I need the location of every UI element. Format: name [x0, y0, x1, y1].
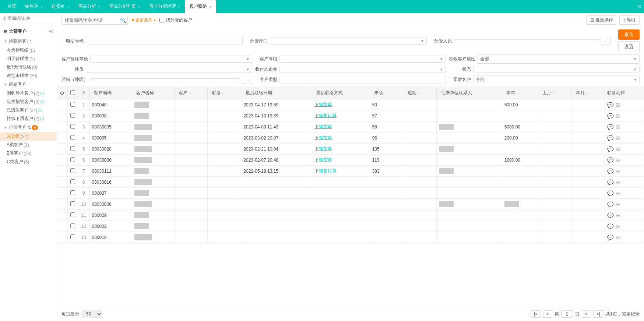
contact-icon[interactable]: 💬	[607, 223, 613, 229]
td-last-type[interactable]: 下销售订单	[312, 110, 370, 121]
select-all-checkbox[interactable]	[70, 90, 75, 95]
row-checkbox[interactable]	[70, 223, 75, 228]
payment-select[interactable]: ▼	[279, 66, 446, 73]
more-action-icon[interactable]: ⊞	[616, 157, 620, 163]
th-last-month[interactable]: :上月...	[538, 87, 571, 99]
tab-customer-layered[interactable]: 客户分层经营 ×	[145, 0, 185, 13]
more-action-icon[interactable]: ⊞	[616, 102, 620, 108]
page-size-select[interactable]: 50 100 200	[82, 310, 102, 318]
sidebar-item-tomorrow[interactable]: 明天待联络 (1)	[0, 54, 57, 63]
last-type-link[interactable]: 下销货单	[314, 124, 332, 129]
tab-customer-layered-close[interactable]: ×	[178, 4, 180, 9]
customer-level-select[interactable]: ▼	[279, 56, 446, 63]
manager-select[interactable]	[454, 39, 599, 42]
tab-home[interactable]: 首页	[3, 0, 21, 13]
more-action-icon[interactable]: ⊞	[616, 223, 620, 229]
tab-purchase-close[interactable]: ×	[67, 4, 69, 9]
row-checkbox[interactable]	[70, 102, 75, 107]
nature-select[interactable]: ▼	[86, 66, 252, 73]
th-overdue[interactable]: :逾期...	[403, 87, 437, 99]
th-contact[interactable]: :联络...	[208, 87, 241, 99]
td-checkbox[interactable]	[67, 199, 78, 210]
th-name[interactable]: :客户名称	[132, 87, 174, 99]
tab-customer-contact[interactable]: 客户联络 ×	[185, 0, 216, 13]
sidebar-item-overdue[interactable]: 逾期未联络 (30)	[0, 71, 57, 80]
th-person[interactable]: :往来单位联系人	[437, 87, 502, 99]
last-type-link[interactable]: 下销售订单	[314, 113, 337, 118]
contact-icon[interactable]: 💬	[607, 124, 613, 130]
td-checkbox[interactable]	[67, 99, 78, 110]
row-checkbox[interactable]	[70, 124, 75, 129]
tab-goods-analysis[interactable]: 商品分析 ×	[74, 0, 105, 13]
td-checkbox[interactable]	[67, 188, 78, 199]
td-checkbox[interactable]	[67, 110, 78, 121]
tab-goods-list[interactable]: 商品分析列表 ×	[105, 0, 145, 13]
tab-purchase[interactable]: 进货单 ×	[47, 0, 74, 13]
last-type-link[interactable]: 下销售订单	[314, 168, 337, 173]
dept-select[interactable]: ▼	[270, 38, 427, 45]
td-checkbox[interactable]	[67, 133, 78, 144]
more-action-icon[interactable]: ⊞	[616, 113, 620, 119]
td-last-type[interactable]: 下销货单	[312, 133, 370, 144]
page-number-input[interactable]	[561, 310, 573, 318]
my-customers-checkbox[interactable]	[159, 18, 164, 22]
sidebar-item-a-class[interactable]: A类客户 (1)	[0, 141, 57, 149]
contact-icon[interactable]: 💬	[607, 212, 613, 218]
td-last-type[interactable]: 下销售订单	[312, 166, 370, 177]
more-action-icon[interactable]: ⊞	[616, 201, 620, 207]
sidebar-item-b-class[interactable]: B类客户 (33)	[0, 149, 57, 158]
th-this-month[interactable]: :本月...	[571, 87, 605, 99]
sidebar-group-value[interactable]: ▼ 价值客户 ↻ R	[0, 123, 57, 132]
more-action-icon[interactable]: ⊞	[616, 146, 620, 152]
settings-icon[interactable]: ⚙	[60, 90, 64, 96]
tab-sales[interactable]: 销售单 ×	[21, 0, 47, 13]
th-customer-type[interactable]: :客户...	[174, 87, 208, 99]
td-checkbox[interactable]	[67, 210, 78, 221]
contact-icon[interactable]: 💬	[607, 201, 613, 207]
sidebar-item-ungrouped[interactable]: 未分组 (32)	[0, 132, 57, 141]
close-all-button[interactable]: ×	[638, 3, 641, 10]
sidebar-collapse-icon[interactable]: ≪	[49, 29, 53, 34]
manager-more-button[interactable]: ···	[601, 37, 611, 45]
contact-icon[interactable]: 💬	[607, 146, 613, 152]
td-last-type[interactable]: 下销货单	[312, 155, 370, 166]
row-checkbox[interactable]	[70, 113, 75, 118]
sidebar-group-problem[interactable]: ▼ 问题客户	[0, 80, 57, 89]
contact-icon[interactable]: 💬	[607, 102, 613, 108]
sidebar-item-churn-warn[interactable]: 流失预警客户 (3) ⓘ	[0, 98, 57, 106]
td-checkbox[interactable]	[67, 121, 78, 133]
th-settings[interactable]: ⚙	[57, 87, 67, 99]
more-action-icon[interactable]: ⊞	[616, 212, 620, 218]
th-checkbox[interactable]	[67, 87, 78, 99]
sparse-attr-select[interactable]: 全部 ▼	[478, 54, 640, 64]
last-type-link[interactable]: 下销货单	[314, 102, 332, 107]
td-last-type[interactable]	[312, 199, 370, 210]
row-checkbox[interactable]	[70, 212, 75, 217]
status-select[interactable]: ▼	[473, 66, 640, 73]
sidebar-search-input[interactable]	[3, 16, 57, 21]
row-checkbox[interactable]	[70, 234, 75, 239]
reset-button[interactable]: 设置	[618, 41, 640, 52]
td-last-type[interactable]	[312, 188, 370, 199]
region-select[interactable]	[90, 78, 240, 81]
sidebar-group-pending[interactable]: ▼ 待联络客户	[0, 37, 57, 46]
tab-sales-close[interactable]: ×	[41, 4, 43, 9]
my-customers-toggle[interactable]: 我分管的客户	[159, 17, 192, 23]
row-checkbox[interactable]	[70, 157, 75, 162]
filter-search-icon[interactable]: 🔍	[120, 17, 126, 23]
last-type-link[interactable]: 下销货单	[314, 157, 332, 162]
more-conditions-button[interactable]: ▼ 更多条件 ▲	[131, 17, 156, 23]
more-action-icon[interactable]: ⊞	[616, 135, 620, 141]
next-page-button[interactable]: >	[582, 310, 591, 318]
contact-icon[interactable]: 💬	[607, 179, 613, 185]
tab-goods-analysis-close[interactable]: ×	[98, 4, 101, 9]
export-button[interactable]: ↑ 导出	[619, 15, 640, 25]
tab-customer-contact-close[interactable]: ×	[209, 4, 211, 9]
sidebar-item-today[interactable]: 今天待联络 (0)	[0, 46, 57, 54]
last-type-link[interactable]: 下销货单	[314, 146, 332, 151]
row-checkbox[interactable]	[70, 168, 75, 173]
th-uncontact[interactable]: :未联...	[370, 87, 403, 99]
more-action-icon[interactable]: ⊞	[616, 190, 620, 196]
first-page-button[interactable]: |<	[531, 310, 541, 318]
contact-icon[interactable]: 💬	[607, 168, 613, 174]
